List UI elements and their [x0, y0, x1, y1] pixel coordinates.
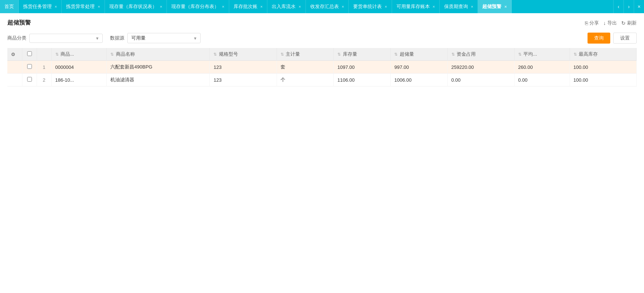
close-icon-expiry-query[interactable]: ×: [471, 4, 473, 9]
gear-icon[interactable]: ⚙: [11, 52, 15, 57]
export-button[interactable]: ↓ 导出: [603, 20, 617, 26]
refresh-label: 刷新: [627, 20, 637, 26]
nav-label-stock-dist: 现存量（库存分布表）: [171, 3, 219, 10]
nav-arrow-right[interactable]: ›: [623, 0, 634, 13]
nav-item-stock-status[interactable]: 现存量（库存状况表） ×: [105, 0, 167, 13]
nav-item-available-stock[interactable]: 可用量库存账本 ×: [392, 0, 440, 13]
nav-label-summary: 收发存汇总表: [310, 3, 339, 10]
nav-item-overstock-alert[interactable]: 超储预警 ×: [478, 0, 511, 13]
sort-icon-spec: ⇅: [213, 52, 217, 56]
query-button[interactable]: 查询: [588, 33, 610, 44]
close-icon-stock-dist[interactable]: ×: [222, 4, 224, 9]
column-product-name[interactable]: ⇅ 商品名称: [107, 48, 210, 61]
close-icon-batch-account[interactable]: ×: [260, 4, 263, 9]
chevron-down-icon: ▾: [96, 36, 99, 41]
sort-icon-capital: ⇅: [451, 52, 455, 56]
nav-item-stock-dist[interactable]: 现存量（库存分布表） ×: [167, 0, 229, 13]
table-header: ⚙ ⇅ 商品... ⇅ 商品名称 ⇅ 规格型号: [7, 48, 637, 61]
nav-label-stock-status: 现存量（库存状况表）: [109, 3, 157, 10]
sort-icon-max-stock: ⇅: [574, 52, 577, 56]
top-navigation: 首页 拣货任务管理 × 拣货异常处理 × 现存量（库存状况表） × 现存量（库存…: [0, 0, 644, 13]
row-spec-0: 123: [210, 61, 277, 74]
row-avg-1: 0.00: [514, 74, 570, 86]
data-source-select[interactable]: 可用量 ▾: [127, 33, 201, 43]
row-product-name-1: 机油滤清器: [107, 74, 210, 86]
nav-item-home[interactable]: 首页: [0, 0, 19, 13]
page-container: 超储预警 ⎘ 分享 ↓ 导出 ↻ 刷新 商品分类 ▾ 数据源: [0, 13, 644, 293]
row-max-stock-0: 100.00: [570, 61, 636, 74]
nav-arrow-left[interactable]: ‹: [613, 0, 623, 13]
row-product-code-1: 186-10...: [51, 74, 107, 86]
row-select-1[interactable]: [27, 77, 32, 82]
column-max-stock[interactable]: ⇅ 最高库存: [570, 48, 636, 61]
nav-label-pick-exception: 拣货异常处理: [66, 3, 95, 10]
nav-label-available-stock: 可用量库存账本: [396, 3, 430, 10]
export-label: 导出: [607, 20, 617, 26]
column-spec[interactable]: ⇅ 规格型号: [210, 48, 277, 61]
sort-icon-product-code: ⇅: [55, 52, 59, 56]
share-button[interactable]: ⎘ 分享: [585, 20, 599, 26]
data-source-label: 数据源: [110, 35, 124, 41]
header-actions: ⎘ 分享 ↓ 导出 ↻ 刷新: [585, 20, 637, 26]
nav-item-summary[interactable]: 收发存汇总表 ×: [306, 0, 349, 13]
sort-icon-overstock: ⇅: [394, 52, 398, 56]
close-icon-order-stat[interactable]: ×: [385, 4, 387, 9]
row-gear-1: [7, 74, 22, 86]
column-gear: ⚙: [7, 48, 22, 61]
table-body: 1 0000004 六配套新昌490BPG 123 套 1097.00 997.…: [7, 61, 637, 86]
row-num-0: 1: [37, 61, 51, 74]
close-icon-pick-task[interactable]: ×: [55, 4, 57, 9]
row-stock-1: 1106.00: [334, 74, 391, 86]
select-all-checkbox[interactable]: [27, 51, 32, 56]
column-product-code[interactable]: ⇅ 商品...: [51, 48, 107, 61]
column-overstock[interactable]: ⇅ 超储量: [391, 48, 447, 61]
nav-item-expiry-query[interactable]: 保质期查询 ×: [440, 0, 478, 13]
nav-item-pick-task[interactable]: 拣货任务管理 ×: [19, 0, 62, 13]
nav-item-inout-flow[interactable]: 出入库流水 ×: [267, 0, 305, 13]
row-max-stock-1: 100.00: [570, 74, 636, 86]
product-category-select[interactable]: ▾: [29, 34, 103, 43]
close-icon-pick-exception[interactable]: ×: [98, 4, 100, 9]
table-row: 1 0000004 六配套新昌490BPG 123 套 1097.00 997.…: [7, 61, 637, 74]
row-capital-0: 259220.00: [447, 61, 514, 74]
column-unit[interactable]: ⇅ 主计量: [277, 48, 333, 61]
data-source-value: 可用量: [131, 35, 146, 41]
row-select-0[interactable]: [27, 64, 32, 69]
row-checkbox-1[interactable]: [22, 74, 37, 86]
row-spec-1: 123: [210, 74, 277, 86]
data-table: ⚙ ⇅ 商品... ⇅ 商品名称 ⇅ 规格型号: [7, 48, 637, 86]
nav-label-pick-task: 拣货任务管理: [23, 3, 52, 10]
nav-arrow-more[interactable]: ×: [634, 0, 644, 13]
chevron-down-icon-2: ▾: [194, 36, 197, 41]
close-icon-available-stock[interactable]: ×: [433, 4, 435, 9]
close-icon-inout-flow[interactable]: ×: [299, 4, 301, 9]
nav-item-order-stat[interactable]: 要货单统计表 ×: [349, 0, 392, 13]
filter-right-actions: 查询 设置: [588, 33, 637, 44]
close-icon-overstock-alert[interactable]: ×: [504, 4, 506, 9]
row-checkbox-0[interactable]: [22, 61, 37, 74]
product-category-label: 商品分类: [7, 35, 26, 41]
nav-label-batch-account: 库存批次账: [234, 3, 257, 10]
export-icon: ↓: [603, 20, 606, 26]
row-product-name-0: 六配套新昌490BPG: [107, 61, 210, 74]
row-product-code-0: 0000004: [51, 61, 107, 74]
row-stock-0: 1097.00: [334, 61, 391, 74]
sort-icon-unit: ⇅: [281, 52, 284, 56]
page-header: 超储预警 ⎘ 分享 ↓ 导出 ↻ 刷新: [7, 19, 637, 27]
row-overstock-1: 1006.00: [391, 74, 447, 86]
nav-label-expiry-query: 保质期查询: [444, 3, 468, 10]
nav-arrows: ‹ › ×: [613, 0, 644, 13]
column-stock[interactable]: ⇅ 库存量: [334, 48, 391, 61]
close-icon-summary[interactable]: ×: [342, 4, 344, 9]
settings-button[interactable]: 设置: [613, 33, 637, 44]
row-overstock-0: 997.00: [391, 61, 447, 74]
row-gear-0: [7, 61, 22, 74]
close-icon-stock-status[interactable]: ×: [160, 4, 162, 9]
table-row: 2 186-10... 机油滤清器 123 个 1106.00 1006.00 …: [7, 74, 637, 86]
nav-item-pick-exception[interactable]: 拣货异常处理 ×: [62, 0, 105, 13]
data-source-filter: 数据源 可用量 ▾: [110, 33, 201, 43]
nav-item-batch-account[interactable]: 库存批次账 ×: [229, 0, 267, 13]
refresh-button[interactable]: ↻ 刷新: [621, 20, 637, 26]
column-avg[interactable]: ⇅ 平均...: [514, 48, 570, 61]
column-capital[interactable]: ⇅ 资金占用: [447, 48, 514, 61]
